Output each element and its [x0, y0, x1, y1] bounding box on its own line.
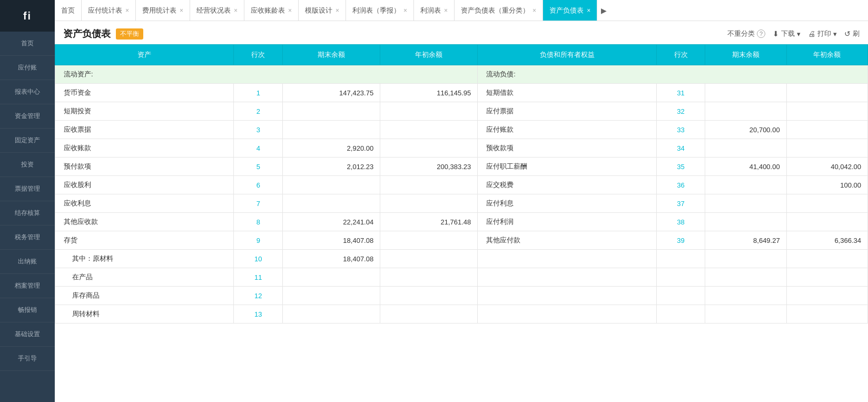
tab-payable-stat[interactable]: 应付统计表 × [82, 0, 136, 21]
section-row: 流动资产: 流动负债: [55, 65, 868, 84]
sidebar-logo: fi [0, 0, 55, 32]
tab-balance[interactable]: 资产负债表 × [543, 0, 597, 21]
liability-row-num[interactable]: 39 [656, 231, 705, 250]
asset-start-balance [380, 102, 478, 121]
liability-end-balance [705, 250, 786, 268]
print-arrow-icon: ▾ [833, 30, 837, 38]
sidebar-item-report-center[interactable]: 报表中心 [0, 80, 55, 104]
tab-receivable-aging-close[interactable]: × [288, 7, 292, 14]
sidebar-item-investment[interactable]: 投资 [0, 153, 55, 177]
tab-home[interactable]: 首页 [55, 0, 82, 21]
liability-row-num[interactable]: 37 [656, 194, 705, 213]
asset-row-num[interactable]: 5 [234, 158, 283, 176]
asset-end-balance [283, 305, 380, 323]
asset-row-num[interactable]: 6 [234, 176, 283, 194]
liability-end-balance [705, 102, 786, 121]
liability-row-num[interactable]: 34 [656, 139, 705, 158]
tab-profit-quarterly-close[interactable]: × [403, 7, 407, 14]
liability-end-balance: 41,400.00 [705, 158, 786, 176]
liability-row-num[interactable]: 36 [656, 176, 705, 194]
download-arrow-icon: ▾ [797, 30, 801, 38]
tab-balance-close[interactable]: × [587, 7, 590, 14]
liability-row-num[interactable]: 31 [656, 84, 705, 102]
tab-operation-close[interactable]: × [234, 7, 238, 14]
asset-row-num[interactable]: 9 [234, 231, 283, 250]
liability-end-balance [705, 139, 786, 158]
no-reclassify-btn[interactable]: 不重分类 ? [727, 29, 765, 38]
report-title-area: 资产负债表 不平衡 [63, 27, 143, 40]
asset-row-num[interactable]: 7 [234, 194, 283, 213]
asset-name: 存货 [55, 231, 234, 250]
liability-start-balance: 100.00 [786, 176, 867, 194]
liability-name: 其他应付款 [478, 231, 656, 250]
refresh-icon: ↺ [844, 30, 851, 38]
tab-balance-reclassify[interactable]: 资产负债表（重分类） × [455, 0, 543, 21]
tab-balance-reclassify-close[interactable]: × [532, 7, 536, 14]
asset-row-num[interactable]: 2 [234, 102, 283, 121]
sidebar-item-inventory[interactable]: 结存核算 [0, 201, 55, 225]
print-btn[interactable]: 🖨 打印 ▾ [808, 29, 837, 38]
asset-row-num[interactable]: 11 [234, 268, 283, 287]
asset-start-balance [380, 121, 478, 139]
help-icon[interactable]: ? [757, 30, 765, 38]
sidebar-item-tax[interactable]: 税务管理 [0, 225, 55, 250]
sidebar-item-fund-mgmt[interactable]: 资金管理 [0, 104, 55, 129]
sidebar-item-home[interactable]: 首页 [0, 32, 55, 56]
liability-row-num[interactable]: 32 [656, 102, 705, 121]
table-row: 在产品 11 [55, 268, 868, 287]
sidebar-item-bill-mgmt[interactable]: 票据管理 [0, 177, 55, 201]
asset-row-num[interactable]: 10 [234, 250, 283, 268]
tab-payable-stat-close[interactable]: × [125, 7, 129, 14]
asset-end-balance [283, 287, 380, 305]
liability-row-num [656, 250, 705, 268]
col-header-start-left: 年初余额 [380, 45, 478, 65]
balance-sheet-table: 资产 行次 期末余额 年初余额 负债和所有者权益 行次 期末余额 年初余额 流动… [55, 44, 868, 323]
liability-end-balance [705, 213, 786, 231]
sidebar-item-settings[interactable]: 基础设置 [0, 322, 55, 347]
tab-arrow-right[interactable]: ▶ [597, 6, 610, 15]
sidebar-item-payable[interactable]: 应付账 [0, 56, 55, 80]
tab-expense-stat[interactable]: 费用统计表 × [136, 0, 190, 21]
liability-name: 应付票据 [478, 102, 656, 121]
tab-bar: 首页 应付统计表 × 费用统计表 × 经营状况表 × 应收账龄表 × 模版设计 … [55, 0, 868, 21]
asset-row-num[interactable]: 1 [234, 84, 283, 102]
liability-start-balance: 6,366.34 [786, 231, 867, 250]
liability-row-num[interactable]: 35 [656, 158, 705, 176]
download-btn[interactable]: ⬇ 下载 ▾ [773, 29, 801, 38]
asset-end-balance: 18,407.08 [283, 231, 380, 250]
liability-start-balance [786, 250, 867, 268]
liability-start-balance [786, 213, 867, 231]
asset-row-num[interactable]: 4 [234, 139, 283, 158]
refresh-btn[interactable]: ↺ 刷 [844, 29, 860, 38]
tab-receivable-aging[interactable]: 应收账龄表 × [244, 0, 299, 21]
liability-end-balance [705, 176, 786, 194]
sidebar-item-archive[interactable]: 档案管理 [0, 274, 55, 298]
sidebar-item-expense[interactable]: 畅报销 [0, 298, 55, 322]
liability-name: 应交税费 [478, 176, 656, 194]
table-row: 库存商品 12 [55, 287, 868, 305]
liability-row-num[interactable]: 33 [656, 121, 705, 139]
tab-profit[interactable]: 利润表 × [414, 0, 455, 21]
liability-row-num[interactable]: 38 [656, 213, 705, 231]
tab-template-design[interactable]: 模版设计 × [299, 0, 346, 21]
tab-profit-quarterly[interactable]: 利润表（季报） × [346, 0, 414, 21]
asset-row-num[interactable]: 8 [234, 213, 283, 231]
col-header-row-left: 行次 [234, 45, 283, 65]
tab-operation[interactable]: 经营状况表 × [190, 0, 244, 21]
asset-row-num[interactable]: 3 [234, 121, 283, 139]
tab-template-design-close[interactable]: × [336, 7, 339, 14]
asset-row-num[interactable]: 13 [234, 305, 283, 323]
tab-profit-close[interactable]: × [444, 7, 448, 14]
no-reclassify-label: 不重分类 [727, 29, 755, 38]
liability-start-balance [786, 194, 867, 213]
asset-end-balance: 18,407.08 [283, 250, 380, 268]
asset-name: 其他应收款 [55, 213, 234, 231]
liability-start-balance [786, 121, 867, 139]
sidebar-item-cashier[interactable]: 出纳账 [0, 250, 55, 274]
sidebar-item-guide[interactable]: 手引导 [0, 347, 55, 371]
asset-row-num[interactable]: 12 [234, 287, 283, 305]
asset-end-balance: 147,423.75 [283, 84, 380, 102]
print-label: 打印 [817, 29, 831, 38]
sidebar-item-fixed-assets[interactable]: 固定资产 [0, 129, 55, 153]
tab-expense-stat-close[interactable]: × [180, 7, 183, 14]
